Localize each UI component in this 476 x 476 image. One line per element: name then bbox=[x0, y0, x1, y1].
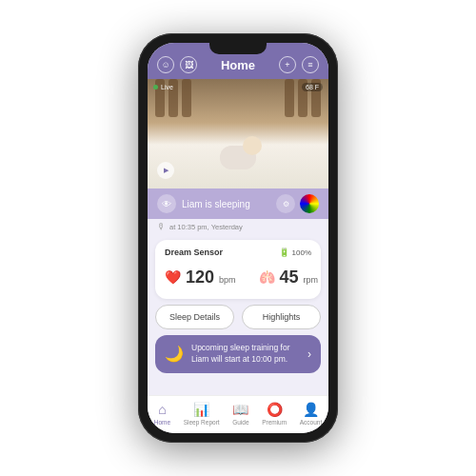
vitals-row: ❤️ 120 bpm 🫁 45 rpm bbox=[165, 263, 311, 291]
banner-text: Upcoming sleep training for Liam will st… bbox=[191, 343, 300, 366]
sensor-header: Dream Sensor 🔋 100% bbox=[165, 248, 311, 257]
nav-home[interactable]: ⌂ Home bbox=[154, 402, 170, 426]
mic-icon: 🎙 bbox=[157, 222, 166, 231]
filter-icon[interactable]: ≡ bbox=[302, 56, 319, 73]
eye-icon: 👁 bbox=[157, 194, 176, 213]
crib-decoration bbox=[148, 79, 328, 188]
account-icon: 👤 bbox=[303, 402, 319, 417]
play-button[interactable]: ▶ bbox=[157, 162, 174, 179]
nav-account[interactable]: 👤 Account bbox=[300, 402, 323, 426]
live-dot bbox=[153, 85, 158, 89]
phone-notch bbox=[209, 43, 267, 54]
lungs-icon: 🫁 bbox=[259, 269, 275, 285]
status-section: 👁 Liam is sleeping ⚙ bbox=[148, 188, 328, 219]
phone-screen: ☺ 🖼 Home + ≡ bbox=[148, 43, 328, 433]
banner-arrow-icon: › bbox=[307, 347, 311, 361]
status-text: Liam is sleeping bbox=[182, 199, 250, 209]
settings-icon[interactable]: ⚙ bbox=[276, 194, 295, 213]
top-bar-right-icons: + ≡ bbox=[279, 56, 319, 73]
nav-account-label: Account bbox=[300, 419, 323, 426]
main-content: Dream Sensor 🔋 100% ❤️ 120 bpm 🫁 bbox=[148, 234, 328, 395]
sleep-training-banner[interactable]: 🌙 Upcoming sleep training for Liam will … bbox=[155, 335, 321, 373]
camera-feed: Live 68 F ▶ bbox=[148, 79, 328, 188]
nav-guide-label: Guide bbox=[232, 419, 248, 426]
status-right-buttons: ⚙ bbox=[276, 194, 319, 213]
add-icon[interactable]: + bbox=[279, 56, 296, 73]
nav-sleep-report[interactable]: 📊 Sleep Report bbox=[184, 402, 220, 426]
nav-guide[interactable]: 📖 Guide bbox=[232, 402, 248, 426]
sleep-details-button[interactable]: Sleep Details bbox=[155, 305, 234, 329]
resp-rate-unit: rpm bbox=[304, 275, 319, 285]
book-icon: 📖 bbox=[232, 402, 248, 417]
bottom-nav: ⌂ Home 📊 Sleep Report 📖 Guide ⭕ Premium … bbox=[148, 395, 328, 433]
camera-status-bar: Live 68 F bbox=[153, 83, 323, 91]
action-buttons: Sleep Details Highlights bbox=[155, 305, 321, 329]
resp-rate-value: 45 bbox=[280, 268, 299, 288]
moon-icon: 🌙 bbox=[165, 345, 184, 363]
phone-shell: ☺ 🖼 Home + ≡ bbox=[138, 33, 338, 443]
nav-premium-label: Premium bbox=[262, 419, 287, 426]
nav-sleep-report-label: Sleep Report bbox=[184, 419, 220, 426]
heart-icon: ❤️ bbox=[165, 269, 181, 285]
nav-premium[interactable]: ⭕ Premium bbox=[262, 402, 287, 426]
top-bar-left-icons: ☺ 🖼 bbox=[157, 56, 197, 73]
resp-rate-item: 🫁 45 rpm bbox=[259, 268, 319, 288]
baby-head bbox=[243, 136, 262, 155]
baby-figure bbox=[214, 136, 262, 169]
photo-icon[interactable]: 🖼 bbox=[180, 56, 197, 73]
timestamp-row: 🎙 at 10:35 pm, Yesterday bbox=[148, 219, 328, 234]
nav-home-label: Home bbox=[154, 419, 170, 426]
temperature-badge: 68 F bbox=[302, 83, 323, 91]
chart-icon: 📊 bbox=[193, 402, 209, 417]
smiley-icon[interactable]: ☺ bbox=[157, 56, 174, 73]
sensor-title: Dream Sensor bbox=[165, 248, 223, 257]
sensor-card: Dream Sensor 🔋 100% ❤️ 120 bpm 🫁 bbox=[155, 240, 321, 299]
live-label: Live bbox=[161, 84, 173, 90]
premium-icon: ⭕ bbox=[267, 402, 283, 417]
battery-icon: 🔋 bbox=[279, 248, 289, 257]
heart-rate-unit: bpm bbox=[219, 275, 236, 285]
color-wheel-icon[interactable] bbox=[300, 194, 319, 213]
timestamp-text: at 10:35 pm, Yesterday bbox=[169, 223, 243, 231]
status-left: 👁 Liam is sleeping bbox=[157, 194, 250, 213]
battery-label: 100% bbox=[292, 248, 311, 257]
home-icon: ⌂ bbox=[158, 402, 166, 417]
highlights-button[interactable]: Highlights bbox=[242, 305, 321, 329]
live-badge: Live bbox=[153, 84, 173, 90]
battery-indicator: 🔋 100% bbox=[279, 248, 311, 257]
page-title: Home bbox=[221, 58, 255, 72]
heart-rate-item: ❤️ 120 bpm bbox=[165, 268, 236, 288]
heart-rate-value: 120 bbox=[186, 268, 214, 288]
